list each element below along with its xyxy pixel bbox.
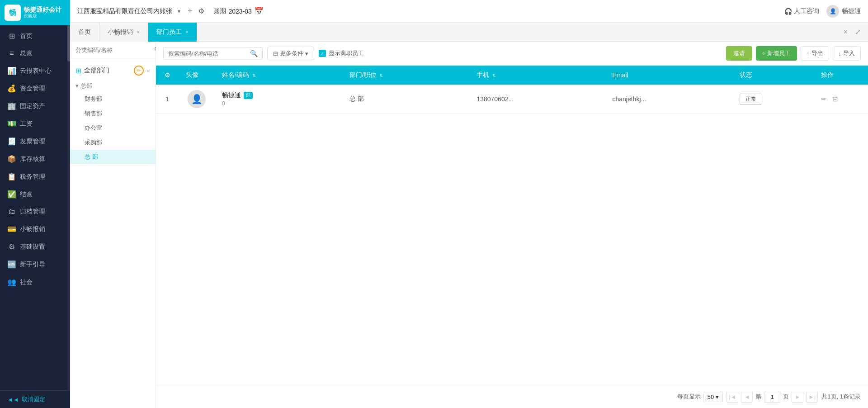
col-dept[interactable]: 部门/职位 ⇅ — [342, 66, 470, 85]
sidebar-item-checkout[interactable]: ✅ 结账 — [0, 185, 70, 203]
export-btn[interactable]: ↑ 导出 — [801, 46, 829, 61]
calendar-icon[interactable]: 📅 — [255, 7, 264, 15]
action-btns: ✏ ⊟ — [821, 95, 861, 103]
page-prev-btn[interactable]: ◄ — [741, 391, 753, 403]
grid-icon: ⊞ — [75, 66, 81, 75]
period-display: 账期 2023-03 📅 — [213, 7, 264, 15]
sidebar-item-label: 云报表中心 — [20, 67, 52, 75]
employee-toolbar: 🔍 ⊟ 更多条件 ▾ ✓ 显示离职员工 邀请 + 新增员工 ↑ 导出 — [156, 42, 868, 66]
sidebar-item-social[interactable]: 👥 社会 — [0, 273, 70, 291]
edit-employee-btn[interactable]: ✏ — [821, 95, 827, 103]
sidebar-item-ledger[interactable]: ≡ 总账 — [0, 45, 70, 62]
row-index: 1 — [156, 85, 179, 114]
more-actions-btn[interactable]: ⊟ — [832, 95, 838, 103]
per-page-value: 50 — [708, 394, 714, 400]
tabs-right-btns: × ⤢ — [842, 26, 868, 38]
employee-search-icon[interactable]: 🔍 — [250, 50, 258, 57]
dept-item-sales[interactable]: 销售部 — [70, 106, 156, 121]
cancel-pin-btn[interactable]: ◄◄ 取消固定 — [0, 390, 70, 408]
content-area: 🔍 ⊞ 全部部门 ✏ « ▾ 总部 财务部 销售部 办公室 采 — [70, 42, 868, 408]
per-page-select[interactable]: 50 ▾ — [703, 392, 723, 402]
dept-item-finance[interactable]: 财务部 — [70, 92, 156, 106]
settings-icon: ⚙ — [7, 242, 16, 251]
col-status: 状态 — [732, 66, 814, 85]
tab-maximize-btn[interactable]: ⤢ — [853, 26, 863, 38]
dept-item-general[interactable]: 总 部 — [70, 150, 156, 164]
add-employee-btn[interactable]: + 新增员工 — [756, 46, 797, 61]
sidebar-item-archive[interactable]: 🗂 归档管理 — [0, 203, 70, 220]
employee-name: 畅捷通 — [222, 91, 241, 100]
sidebar-item-expense[interactable]: 💳 小畅报销 — [0, 220, 70, 238]
filter-btn[interactable]: ⊟ 更多条件 ▾ — [267, 47, 314, 60]
tab-expense-close-icon[interactable]: × — [137, 29, 140, 35]
dept-search-bar: 🔍 — [70, 42, 156, 58]
page-first-btn[interactable]: |◄ — [726, 391, 738, 403]
show-resigned-checkbox[interactable]: ✓ — [319, 50, 326, 57]
app-logo-text-block: 畅捷通好会计 旗舰版 — [24, 6, 61, 20]
sidebar-item-label: 新手引导 — [20, 261, 45, 269]
sidebar-item-guide[interactable]: 🆕 新手引导 — [0, 256, 70, 273]
col-settings[interactable]: ⚙ — [156, 66, 179, 85]
page-suffix: 页 — [783, 393, 789, 401]
reports-icon: 📊 — [7, 66, 16, 75]
tab-home-label: 首页 — [78, 28, 91, 36]
dept-collapse-btn[interactable]: « — [146, 67, 150, 74]
dept-tree: ⊞ 全部部门 ✏ « ▾ 总部 财务部 销售部 办公室 采购部 总 部 — [70, 58, 156, 408]
show-resigned-label: 显示离职员工 — [329, 49, 364, 57]
header-settings-icon[interactable]: ⚙ — [198, 7, 204, 15]
page-last-btn[interactable]: ►| — [806, 391, 818, 403]
sidebar-item-home[interactable]: ⊞ 首页 — [0, 27, 70, 45]
col-name[interactable]: 姓名/编码 ⇅ — [215, 66, 342, 85]
dept-edit-btn[interactable]: ✏ — [134, 66, 144, 76]
tab-employee-close-icon[interactable]: × — [185, 29, 189, 35]
all-dept-item[interactable]: ⊞ 全部部门 ✏ « — [70, 62, 156, 79]
support-btn[interactable]: 🎧 人工咨询 — [784, 7, 819, 15]
sidebar-item-label: 税务管理 — [20, 173, 45, 181]
sidebar-item-inventory[interactable]: 📦 库存核算 — [0, 150, 70, 168]
sidebar-item-tax[interactable]: 📋 税务管理 — [0, 168, 70, 185]
company-dropdown-icon[interactable]: ▾ — [178, 8, 180, 14]
import-btn[interactable]: ↓ 导入 — [833, 46, 861, 61]
sidebar-item-funds[interactable]: 💰 资金管理 — [0, 80, 70, 97]
tab-close-window-btn[interactable]: × — [842, 26, 849, 38]
inventory-icon: 📦 — [7, 155, 16, 163]
tab-home[interactable]: 首页 — [70, 23, 99, 42]
sidebar-logo: 畅 畅捷通好会计 旗舰版 — [0, 0, 70, 25]
employee-search-input[interactable] — [168, 50, 247, 57]
funds-icon: 💰 — [7, 84, 16, 93]
show-resigned-toggle[interactable]: ✓ 显示离职员工 — [319, 49, 364, 57]
import-icon: ↓ — [839, 50, 842, 57]
col-email: Email — [605, 66, 732, 85]
tab-expense[interactable]: 小畅报销 × — [99, 23, 148, 42]
user-name: 畅捷通 — [842, 7, 861, 15]
user-info[interactable]: 👤 畅捷通 — [826, 5, 861, 18]
export-label: 导出 — [811, 49, 823, 57]
main-area: 江西服宝精品有限责任公司内账张 ▾ + ⚙ 账期 2023-03 📅 🎧 人工咨… — [70, 0, 868, 408]
page-next-btn[interactable]: ► — [792, 391, 803, 403]
dept-item-office[interactable]: 办公室 — [70, 121, 156, 135]
dept-expand-arrow: ▾ — [75, 82, 79, 89]
dept-search-input[interactable] — [75, 47, 151, 53]
sidebar-item-label: 社会 — [20, 278, 33, 286]
col-phone[interactable]: 手机 ⇅ — [469, 66, 605, 85]
tab-employee[interactable]: 部门员工 × — [148, 23, 197, 42]
tabs-bar: 首页 小畅报销 × 部门员工 × × ⤢ — [70, 23, 868, 42]
page-input[interactable] — [764, 391, 780, 403]
headset-icon: 🎧 — [784, 8, 792, 15]
sidebar-item-invoice[interactable]: 🧾 发票管理 — [0, 133, 70, 150]
sidebar-item-label: 结账 — [20, 190, 33, 199]
sidebar-item-label: 资金管理 — [20, 85, 45, 93]
dept-item-purchase[interactable]: 采购部 — [70, 135, 156, 150]
header-right: 🎧 人工咨询 👤 畅捷通 — [784, 5, 861, 18]
sidebar-item-settings[interactable]: ⚙ 基础设置 — [0, 238, 70, 256]
all-dept-label: 全部部门 — [84, 66, 109, 75]
sidebar-item-assets[interactable]: 🏢 固定资产 — [0, 97, 70, 115]
dept-panel: 🔍 ⊞ 全部部门 ✏ « ▾ 总部 财务部 销售部 办公室 采 — [70, 42, 156, 408]
sidebar-item-salary[interactable]: 💵 工资 — [0, 115, 70, 133]
sidebar-item-reports[interactable]: 📊 云报表中心 — [0, 62, 70, 80]
invite-btn[interactable]: 邀请 — [726, 46, 752, 61]
app-logo-icon: 畅 — [5, 5, 21, 21]
add-company-btn[interactable]: + — [188, 6, 193, 16]
dept-all-actions: ✏ « — [134, 66, 150, 76]
per-page-dropdown-icon: ▾ — [716, 394, 719, 400]
